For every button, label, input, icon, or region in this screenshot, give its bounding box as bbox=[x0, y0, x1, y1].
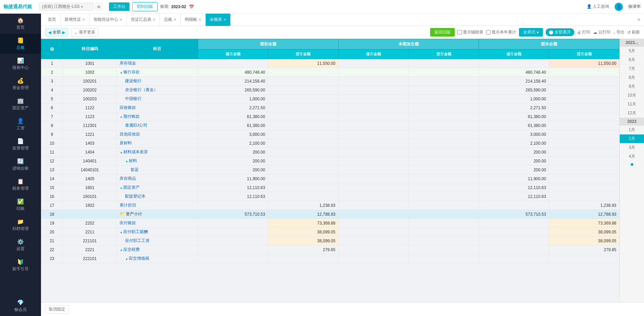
sidebar-item-capital[interactable]: 💰 资金管理 bbox=[0, 74, 41, 94]
cell-name[interactable]: ▲固定资产 bbox=[117, 183, 198, 192]
sidebar-item-report[interactable]: 📊 报表中心 bbox=[0, 54, 41, 74]
col-header-settings[interactable]: ⚙ bbox=[41, 39, 63, 59]
cell-name[interactable]: ▲预付账款 bbox=[117, 112, 198, 121]
cell-name[interactable]: 应收账款 bbox=[117, 103, 198, 112]
table-row[interactable]: 21221101应付职工工资38,099.0538,099.05 bbox=[41, 236, 619, 245]
cell-name[interactable]: 累计折旧 bbox=[117, 201, 198, 210]
company-selector[interactable]: (劣前) 江西赣垒-LSS ▾ bbox=[39, 3, 94, 11]
cell-name[interactable]: 其他应收款 bbox=[117, 130, 198, 139]
month-11[interactable]: 11月 bbox=[620, 100, 644, 109]
cell-name[interactable]: 套蓝 bbox=[117, 166, 198, 174]
tab-new-voucher[interactable]: 新增凭证 ✕ bbox=[60, 14, 90, 26]
export-button[interactable]: ↓ 导出 bbox=[613, 29, 625, 35]
cell-name[interactable]: 农业银行（黄金） bbox=[117, 86, 198, 95]
table-row[interactable]: 141405库存商品11,900.0011,900.00 bbox=[41, 174, 619, 183]
table-row[interactable]: 111404▲材料成本差异200.00200.00 bbox=[41, 148, 619, 157]
print-button[interactable]: 🖨 打印 bbox=[577, 29, 590, 35]
close-icon[interactable]: ✕ bbox=[82, 18, 85, 21]
month-9[interactable]: 9月 bbox=[620, 82, 644, 91]
table-row[interactable]: 23222101▲应交增值税 bbox=[41, 254, 619, 263]
table-row[interactable]: 222221▲应交税费279.85279.85 bbox=[41, 245, 619, 254]
tab-voucher-summary[interactable]: 凭证汇总表 ✕ bbox=[127, 14, 160, 26]
table-row[interactable]: 151601▲固定资产12,110.6312,110.63 bbox=[41, 183, 619, 192]
month-3[interactable]: 3月 bbox=[620, 143, 644, 152]
cloud-print-button[interactable]: ☁ 云打印 bbox=[593, 29, 611, 35]
year-checkbox-input[interactable] bbox=[486, 30, 491, 34]
month-10[interactable]: 10月 bbox=[620, 91, 644, 100]
cell-name[interactable]: 库存现金 bbox=[117, 59, 198, 68]
sidebar-item-guide[interactable]: 🔰 新手引导 bbox=[0, 255, 41, 275]
expand-all-toggle[interactable]: 全部展开 bbox=[546, 28, 574, 36]
month-4[interactable]: 4月 bbox=[620, 152, 644, 161]
support-label[interactable]: 👤 人工咨询 bbox=[587, 4, 609, 10]
cell-name[interactable]: ▲材料 bbox=[117, 157, 198, 166]
unpin-button[interactable]: 取消固定 bbox=[45, 305, 69, 314]
switch-version-button[interactable]: 切到旧版 bbox=[132, 2, 157, 11]
table-row[interactable]: 4100202农业银行（黄金）265,590.00265,590.00 bbox=[41, 86, 619, 95]
sidebar-item-tax[interactable]: 📋 税务管理 bbox=[0, 175, 41, 195]
sidebar-item-ledger[interactable]: 📒 总账 bbox=[0, 34, 41, 54]
sidebar-item-settings[interactable]: ⚙️ 设置 bbox=[0, 235, 41, 255]
cell-name[interactable]: ▲应交增值税 bbox=[117, 254, 198, 263]
close-icon[interactable]: ✕ bbox=[223, 18, 226, 21]
sidebar-item-home[interactable]: 🏠 首页 bbox=[0, 14, 41, 34]
cell-name[interactable]: ▲材料成本差异 bbox=[117, 148, 198, 157]
cell-name[interactable]: 建设银行 bbox=[117, 77, 198, 86]
close-icon[interactable]: ✕ bbox=[198, 18, 201, 21]
table-row[interactable]: 91221其他应收款3,000.003,000.00 bbox=[41, 130, 619, 139]
cell-name[interactable]: 配提塑记本 bbox=[117, 192, 198, 201]
cell-name[interactable]: 应付职工工资 bbox=[117, 236, 198, 245]
cell-name[interactable]: ▲应交税费 bbox=[117, 245, 198, 254]
month-7[interactable]: 7月 bbox=[620, 64, 644, 73]
month-6[interactable]: 6月 bbox=[620, 56, 644, 64]
close-icon[interactable]: ✕ bbox=[120, 18, 122, 21]
table-row[interactable]: 71123▲预付账款61,380.0061,380.00 bbox=[41, 112, 619, 121]
month-12[interactable]: 12月 bbox=[620, 109, 644, 118]
cell-name[interactable]: 中国银行 bbox=[117, 95, 198, 103]
close-all-icon[interactable]: ✕ bbox=[634, 17, 644, 22]
sidebar-item-settle[interactable]: ✅ 结账 bbox=[0, 195, 41, 215]
tab-home[interactable]: 首页 bbox=[44, 14, 60, 26]
tab-ledger[interactable]: 总账 ✕ bbox=[160, 14, 181, 26]
sidebar-item-purchase[interactable]: 🔄 进销台账 bbox=[0, 155, 41, 175]
table-row[interactable]: 18📁资产小计573,710.5312,788.93573,710.5312,7… bbox=[41, 210, 619, 219]
table-row[interactable]: 3100201建设银行214,158.40214,158.40 bbox=[41, 77, 619, 86]
table-row[interactable]: 12140401▲材料200.00200.00 bbox=[41, 157, 619, 166]
close-icon[interactable]: ✕ bbox=[153, 18, 155, 21]
tab-balance[interactable]: 余额表 ✕ bbox=[206, 14, 231, 26]
return-button[interactable]: 返回旧版 bbox=[430, 28, 455, 37]
table-row[interactable]: 16160101配提塑记本12,110.6312,110.63 bbox=[41, 192, 619, 201]
table-row[interactable]: 21002▲银行存款480,748.40480,748.40 bbox=[41, 68, 619, 77]
tab-detail[interactable]: 明细账 ✕ bbox=[181, 14, 206, 26]
sidebar-item-salary[interactable]: 👤 工资 bbox=[0, 114, 41, 134]
cell-name[interactable]: 库存商品 bbox=[117, 174, 198, 183]
sidebar-item-archive[interactable]: 📁 归档管理 bbox=[0, 215, 41, 235]
month-8[interactable]: 8月 bbox=[620, 73, 644, 82]
show-year-checkbox[interactable]: 显示本年累计 bbox=[486, 29, 516, 35]
calendar-icon[interactable]: 📅 bbox=[189, 4, 194, 9]
month-2[interactable]: 2月 bbox=[620, 134, 644, 143]
expand-button[interactable]: ⌄ 展开更多 bbox=[71, 28, 98, 37]
sidebar-item-assets[interactable]: 🏢 固定资产 bbox=[0, 94, 41, 114]
sidebar-item-invoice[interactable]: 📄 发票管理 bbox=[0, 134, 41, 155]
full-mode-button[interactable]: 全屏式 ▾ bbox=[519, 28, 543, 37]
show-aux-checkbox[interactable]: 显示辅助算 bbox=[457, 29, 483, 35]
cell-name[interactable]: ▲应付职工薪酬 bbox=[117, 228, 198, 236]
cell-name[interactable]: ▲银行存款 bbox=[117, 68, 198, 77]
cell-name[interactable]: 原材料 bbox=[117, 139, 198, 148]
refresh-button[interactable]: ↺ 刷新 bbox=[627, 29, 640, 35]
copy-icon[interactable]: ⧉ bbox=[96, 3, 102, 10]
table-row[interactable]: 202211▲应付职工薪酬38,099.0538,099.05 bbox=[41, 228, 619, 236]
table-row[interactable]: 11001库存现金11,550.0011,550.00 bbox=[41, 59, 619, 68]
table-row[interactable]: 61122应收账款2,271.502,271.50 bbox=[41, 103, 619, 112]
filter-button[interactable]: ◀ 全部 ▶ bbox=[45, 28, 68, 37]
month-5[interactable]: 5月 bbox=[620, 47, 644, 56]
table-row[interactable]: 192202应付账款73,369.8873,369.88 bbox=[41, 219, 619, 228]
close-icon[interactable]: ✕ bbox=[174, 18, 176, 21]
table-row[interactable]: 5100203中国银行1,000.001,000.00 bbox=[41, 95, 619, 103]
cell-name[interactable]: 泰属EU公司 bbox=[117, 121, 198, 130]
month-1[interactable]: 1月 bbox=[620, 126, 644, 134]
aux-checkbox-input[interactable] bbox=[457, 30, 462, 34]
user-avatar[interactable]: 👤 bbox=[615, 3, 623, 11]
table-row[interactable]: 8112301泰属EU公司61,380.0061,380.00 bbox=[41, 121, 619, 130]
